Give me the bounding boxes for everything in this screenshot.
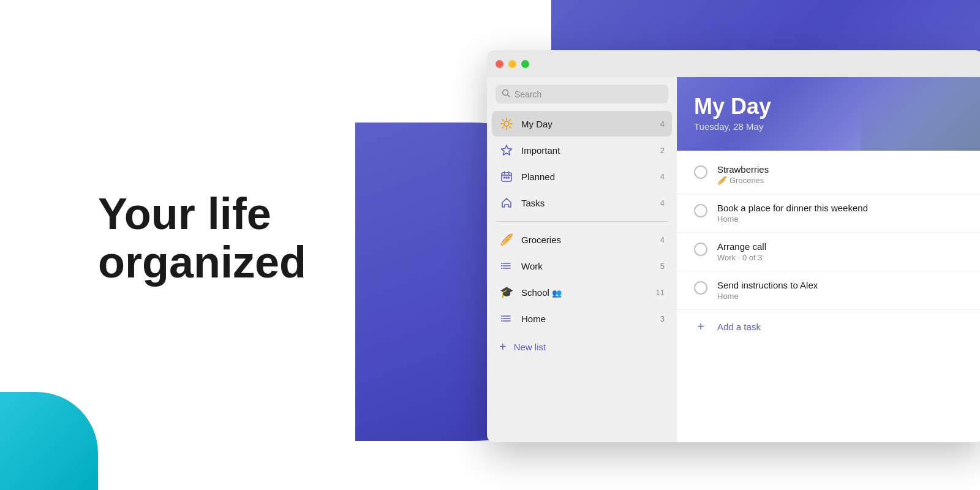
sidebar-item-planned[interactable]: Planned 4 [492,164,672,189]
sidebar-item-work-count: 5 [660,262,665,271]
hero-line1: Your life [98,189,271,238]
new-list-button[interactable]: + New list [487,334,677,360]
sun-icon [499,116,514,131]
task-subtitle-send-instructions: Home [717,292,966,301]
hero-section: Your life organized [98,190,306,287]
task-item-arrange-call[interactable]: Arrange call Work · 0 of 3 [677,233,980,271]
task-subtitle-arrange-call: Work · 0 of 3 [717,253,966,262]
svg-rect-16 [503,177,505,179]
close-button[interactable] [496,60,503,68]
svg-point-29 [501,318,502,319]
sidebar-item-important-label: Important [521,145,660,156]
sidebar-item-school-label: School 👥 [521,287,656,298]
svg-line-9 [510,119,511,121]
sidebar-item-groceries-count: 4 [660,235,665,244]
maximize-button[interactable] [521,60,529,68]
add-task-button[interactable]: + Add a task [677,310,980,343]
add-task-plus-icon: + [694,320,707,333]
list-icon-work [499,258,514,273]
search-box[interactable]: Search [496,85,668,104]
task-checkbox-strawberries[interactable] [694,165,707,179]
task-title-arrange-call: Arrange call [717,241,966,252]
task-subtitle-dinner: Home [717,214,966,224]
graduation-icon: 🎓 [499,285,514,300]
sidebar-item-planned-label: Planned [521,172,660,182]
svg-point-28 [501,315,502,317]
sidebar-item-tasks-count: 4 [660,198,665,208]
task-title-send-instructions: Send instructions to Alex [717,280,966,290]
bread-icon: 🥖 [499,232,514,247]
task-subtitle-text-dinner: Home [717,214,739,224]
sidebar-item-tasks[interactable]: Tasks 4 [492,190,672,216]
traffic-lights [496,60,529,68]
task-item-dinner[interactable]: Book a place for dinner this weekend Hom… [677,194,980,233]
sidebar-item-school-count: 11 [656,288,665,297]
task-subtitle-strawberries: 🥖 Groceries [717,176,966,185]
sidebar-item-home-count: 3 [660,314,665,323]
task-content-send-instructions: Send instructions to Alex Home [717,280,966,301]
sidebar-item-work[interactable]: Work 5 [492,253,672,279]
nav-list: My Day 4 Important 2 [487,111,677,216]
search-placeholder: Search [514,89,662,99]
sidebar-item-my-day[interactable]: My Day 4 [492,111,672,137]
sidebar-item-important[interactable]: Important 2 [492,137,672,163]
sidebar-item-planned-count: 4 [660,172,665,181]
task-checkbox-arrange-call[interactable] [694,243,707,256]
task-item-strawberries[interactable]: Strawberries 🥖 Groceries [677,156,980,194]
sidebar-item-home[interactable]: Home 3 [492,306,672,331]
app-window: Search [487,50,980,442]
main-title: My Day [694,94,966,119]
task-title-strawberries: Strawberries [717,164,966,175]
main-panel: My Day Tuesday, 28 May Strawberries 🥖 Gr… [677,77,980,442]
svg-marker-11 [502,145,512,155]
svg-line-8 [510,127,511,128]
minimize-button[interactable] [508,60,516,68]
hero-title: Your life organized [98,190,306,287]
add-task-label: Add a task [717,322,761,332]
sidebar: Search [487,77,677,442]
sidebar-divider [496,221,668,222]
task-item-send-instructions[interactable]: Send instructions to Alex Home [677,271,980,310]
task-content-arrange-call: Arrange call Work · 0 of 3 [717,241,966,262]
svg-line-7 [502,119,503,121]
star-icon [499,143,514,157]
sidebar-item-tasks-label: Tasks [521,198,660,208]
task-subtitle-text-send-instructions: Home [717,292,739,301]
svg-line-10 [502,127,503,128]
main-header: My Day Tuesday, 28 May [677,77,980,151]
sidebar-item-important-count: 2 [660,146,665,155]
svg-point-24 [501,268,502,269]
list-icon-home [499,311,514,326]
new-list-label: New list [514,342,546,352]
svg-point-23 [501,265,502,266]
svg-point-22 [501,263,502,264]
list-nav: 🥖 Groceries 4 [487,227,677,332]
home-icon [499,195,514,210]
sidebar-item-work-label: Work [521,261,660,271]
sidebar-item-myday-label: My Day [521,119,660,129]
groceries-tag-icon: 🥖 [717,176,727,185]
title-bar [487,50,980,77]
svg-line-1 [508,95,510,97]
task-content-strawberries: Strawberries 🥖 Groceries [717,164,966,185]
sidebar-item-groceries-label: Groceries [521,235,660,245]
bg-shape-bottom-left [0,392,98,490]
sidebar-item-myday-count: 4 [660,119,665,129]
task-title-dinner: Book a place for dinner this weekend [717,203,966,213]
task-subtitle-text-arrange-call: Work · 0 of 3 [717,253,762,262]
task-checkbox-send-instructions[interactable] [694,281,707,295]
app-body: Search [487,77,980,442]
search-icon [502,89,510,99]
svg-rect-18 [508,177,510,179]
hero-line2: organized [98,238,306,287]
main-date: Tuesday, 28 May [694,121,966,132]
svg-point-2 [504,121,509,126]
calendar-icon [499,169,514,184]
new-list-plus-icon: + [499,340,507,354]
task-content-dinner: Book a place for dinner this weekend Hom… [717,203,966,224]
search-container: Search [487,77,677,111]
sidebar-item-groceries[interactable]: 🥖 Groceries 4 [492,227,672,252]
sidebar-item-school[interactable]: 🎓 School 👥 11 [492,279,672,305]
task-checkbox-dinner[interactable] [694,204,707,217]
task-list: Strawberries 🥖 Groceries Book a place fo… [677,151,980,442]
